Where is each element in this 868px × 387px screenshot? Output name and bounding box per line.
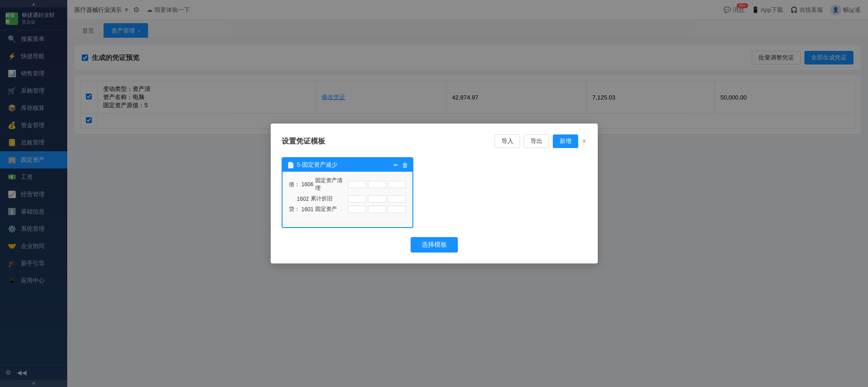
credit-cells-1 [348, 206, 406, 213]
window-maximize-btn[interactable]: ⤢ [858, 4, 864, 12]
voucher-template-modal: 设置凭证模板 导入 导出 新增 × 📄 5-固定资产减少 ✏ 🗑 [271, 124, 598, 263]
template-doc-icon: 📄 [287, 162, 294, 169]
template-debit-row-2: 1602 累计折旧 [286, 194, 409, 204]
debit-name-2: 累计折旧 [311, 195, 332, 203]
modal-actions: 导入 导出 新增 [495, 134, 578, 148]
credit-cell-1a [348, 206, 366, 213]
credit-cell-1b [368, 206, 386, 213]
modal-close-btn[interactable]: × [582, 137, 587, 146]
template-credit-row-1: 贷： 1601 固定资产 [286, 204, 409, 214]
template-debit-row-1: 借： 1606 固定资产清理 [286, 175, 409, 194]
overlay-window-controls: ✕ ⤢ [849, 4, 864, 12]
debit-cells-1 [348, 181, 406, 188]
credit-name-1: 固定资产 [315, 205, 337, 213]
debit-cell-1c [388, 181, 406, 188]
modal-header: 设置凭证模板 导入 导出 新增 × [282, 134, 587, 148]
modal-title: 设置凭证模板 [282, 137, 325, 146]
template-card-actions: ✏ 🗑 [393, 162, 408, 169]
credit-code-1: 1601 [302, 206, 314, 213]
credit-label-1: 贷： [289, 205, 300, 213]
import-btn[interactable]: 导入 [495, 134, 520, 148]
debit-code-2: 1602 [297, 196, 309, 202]
template-card: 📄 5-固定资产减少 ✏ 🗑 借： 1606 固定资产清理 [282, 157, 413, 228]
modal-overlay: 设置凭证模板 导入 导出 新增 × 📄 5-固定资产减少 ✏ 🗑 [0, 0, 868, 387]
debit-label-1: 借： [289, 181, 300, 189]
template-card-body: 借： 1606 固定资产清理 1602 累计折旧 [283, 172, 412, 227]
debit-name-1: 固定资产清理 [315, 177, 346, 192]
template-empty-row [286, 214, 409, 223]
new-btn[interactable]: 新增 [553, 134, 578, 148]
select-template-btn[interactable]: 选择模板 [411, 237, 458, 253]
debit-cell-1b [368, 181, 386, 188]
template-card-title: 📄 5-固定资产减少 [287, 161, 338, 169]
template-card-header: 📄 5-固定资产减少 ✏ 🗑 [283, 158, 412, 172]
debit-cell-2c [388, 195, 406, 203]
debit-code-1: 1606 [302, 181, 314, 188]
window-close-btn[interactable]: ✕ [849, 4, 855, 12]
debit-cell-2a [348, 195, 366, 203]
credit-cell-1c [388, 206, 406, 213]
debit-cells-2 [348, 195, 406, 203]
template-delete-btn[interactable]: 🗑 [402, 162, 408, 169]
debit-cell-1a [348, 181, 366, 188]
debit-cell-2b [368, 195, 386, 203]
template-edit-btn[interactable]: ✏ [393, 162, 398, 169]
export-btn[interactable]: 导出 [524, 134, 549, 148]
